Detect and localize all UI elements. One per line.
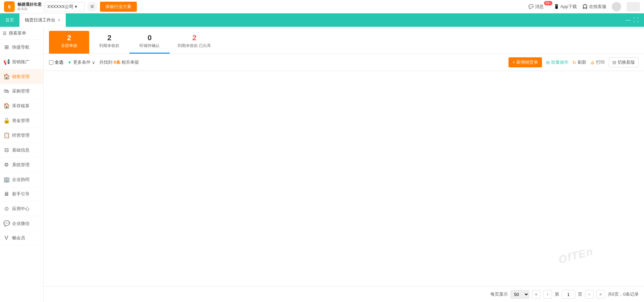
sidebar-item-appstore[interactable]: ⊙ 应用中心	[0, 201, 43, 216]
tab-home[interactable]: 首页	[0, 13, 19, 27]
lock-icon: 🔒	[3, 117, 9, 124]
sidebar-item-quick-nav[interactable]: ⊞ 快捷导航	[0, 40, 43, 55]
online-service-item[interactable]: 🎧 在线客服	[582, 4, 606, 10]
company-name: XXXXXX公司	[47, 4, 73, 10]
sidebar-item-marketing[interactable]: 📢 营销推广	[0, 55, 43, 69]
gear-icon: ⚙	[90, 4, 94, 9]
summary-tabs: 2 全部单据 2 到期未收款 0 旺铺待确认 2 到期未收款 已出库	[49, 31, 639, 54]
next-page-button[interactable]: ›	[585, 290, 594, 299]
top-bar-left: 6 畅捷通好生意 标准版 XXXXXX公司 ▾ ⚙ 体验行业方案	[4, 1, 137, 12]
report-icon: 📋	[3, 132, 9, 138]
trial-button[interactable]: 体验行业方案	[100, 2, 137, 12]
print-label: 打印	[596, 59, 605, 65]
filter-icon: ▼	[67, 60, 72, 65]
content-area: 2 全部单据 2 到期未收款 0 旺铺待确认 2 到期未收款 已出库	[44, 27, 644, 302]
main-layout: ☰ 搜索菜单 ⊞ 快捷导航 📢 营销推广 🏠 销售管理 🛍 采购管理 🏠 库存核…	[0, 27, 644, 302]
tab-close-icon[interactable]: ✕	[57, 18, 60, 22]
switch-label: 切换新版	[618, 59, 635, 65]
page-number-input[interactable]	[562, 290, 575, 299]
sidebar-item-inventory[interactable]: 🏠 库存核算	[0, 99, 43, 113]
sidebar-item-sales[interactable]: 🏠 销售管理	[0, 69, 43, 84]
card-label-all: 全部单据	[57, 43, 81, 49]
refresh-label: 刷新	[578, 59, 586, 65]
top-bar-right: 💬 消息 99+ 📱 App下载 🎧 在线客服	[528, 2, 640, 11]
summary-suffix: 相关单据	[121, 60, 139, 65]
tab-workbench-label: 钱货日清工作台	[25, 17, 55, 23]
top-bar: 6 畅捷通好生意 标准版 XXXXXX公司 ▾ ⚙ 体验行业方案 💬 消息 99…	[0, 0, 644, 13]
sidebar-item-purchase[interactable]: 🛍 采购管理	[0, 84, 43, 99]
bag-icon: 🛍	[3, 88, 9, 94]
user-name-area	[627, 2, 640, 11]
avatar[interactable]	[612, 2, 621, 11]
first-page-button[interactable]: «	[532, 290, 541, 299]
select-all-checkbox[interactable]: 全选	[49, 59, 63, 65]
toolbar-right: + 新增销货单 ⊞ 批量操作 ↻ 刷新 🖨 打印 ⊟ 切换新版	[508, 57, 639, 67]
card-number-all: 2	[57, 34, 81, 42]
phone-icon: 📱	[554, 4, 559, 9]
last-page-button[interactable]: »	[596, 290, 605, 299]
tab-workbench[interactable]: 钱货日清工作台 ✕	[19, 13, 66, 27]
summary-area: 2 全部单据 2 到期未收款 0 旺铺待确认 2 到期未收款 已出库	[44, 27, 644, 54]
summary-card-overdue-out[interactable]: 2 到期未收款 已出库	[170, 31, 219, 54]
sidebar-item-guide[interactable]: 🖥 新手引导	[0, 187, 43, 201]
warehouse-icon: 🏠	[3, 103, 9, 109]
sidebar: ☰ 搜索菜单 ⊞ 快捷导航 📢 营销推广 🏠 销售管理 🛍 采购管理 🏠 库存核…	[0, 27, 44, 302]
new-sales-button[interactable]: + 新增销货单	[508, 57, 542, 67]
bell-icon: 💬	[528, 4, 534, 9]
settings-button[interactable]: ⚙	[87, 2, 97, 12]
app-download-label: App下载	[560, 4, 577, 10]
sidebar-label-finance: 资金管理	[12, 118, 30, 124]
brand-title: 畅捷通好生意 标准版	[17, 2, 42, 11]
table-icon: ⊟	[3, 147, 9, 153]
notification-item[interactable]: 💬 消息 99+	[528, 4, 548, 10]
card-number-overdue: 2	[97, 34, 121, 42]
sidebar-item-wechat[interactable]: 💬 企业微信	[0, 216, 43, 231]
sidebar-label-appstore: 应用中心	[12, 206, 30, 212]
sidebar-item-finance[interactable]: 🔒 资金管理	[0, 113, 43, 128]
sidebar-label-inventory: 库存核算	[12, 103, 30, 109]
summary-card-overdue[interactable]: 2 到期未收款	[89, 31, 129, 54]
sidebar-label-operation: 经营管理	[12, 132, 30, 138]
sidebar-search[interactable]: ☰ 搜索菜单	[0, 27, 43, 40]
card-label-overdue-out: 到期未收款 已出库	[178, 43, 211, 49]
summary-result-text: 共找到 0条 相关单据	[99, 59, 139, 65]
company-selector[interactable]: XXXXXX公司 ▾	[44, 2, 85, 11]
table-area	[44, 71, 644, 286]
sidebar-item-member[interactable]: V 畅会员	[0, 231, 43, 245]
chevron-down-icon: ▾	[75, 4, 77, 9]
sidebar-label-basic: 基础信息	[12, 147, 30, 153]
sidebar-label-quick-nav: 快捷导航	[12, 44, 30, 50]
select-all-label: 全选	[55, 59, 63, 65]
select-all-input[interactable]	[49, 60, 53, 65]
tab-expand-icon[interactable]: ⛶	[633, 17, 639, 23]
home-icon: 🏠	[3, 73, 9, 80]
sidebar-search-label: 搜索菜单	[9, 30, 26, 36]
wechat-icon: 💬	[3, 220, 9, 227]
prev-page-button[interactable]: ‹	[543, 290, 552, 299]
app-download-item[interactable]: 📱 App下载	[554, 4, 577, 10]
tab-bar: 首页 钱货日清工作台 ✕ — ⛶	[0, 13, 644, 27]
refresh-button[interactable]: ↻ 刷新	[573, 59, 586, 65]
card-number-overdue-out: 2	[178, 34, 211, 42]
toolbar-left: 全选 ▼ 更多条件 ∨ 共找到 0条 相关单据	[49, 59, 504, 65]
megaphone-icon: 📢	[3, 59, 9, 65]
filter-label: 更多条件	[73, 59, 91, 65]
brand-sub: 标准版	[17, 7, 42, 11]
sidebar-item-basic[interactable]: ⊟ 基础信息	[0, 143, 43, 158]
sidebar-item-operation[interactable]: 📋 经营管理	[0, 128, 43, 143]
print-button[interactable]: 🖨 打印	[590, 59, 605, 65]
tab-minimize-icon[interactable]: —	[625, 17, 631, 23]
notification-badge: 99+	[544, 1, 552, 5]
member-icon: V	[3, 235, 9, 241]
sidebar-item-system[interactable]: ⚙ 系统管理	[0, 158, 43, 172]
batch-operation-button[interactable]: ⊞ 批量操作	[546, 59, 569, 65]
summary-card-wangpu[interactable]: 0 旺铺待确认	[129, 31, 170, 54]
sidebar-item-cooperation[interactable]: 🏢 企业协同	[0, 172, 43, 187]
summary-card-all[interactable]: 2 全部单据	[49, 31, 89, 54]
filter-button[interactable]: ▼ 更多条件 ∨	[67, 59, 95, 65]
page-label-prefix: 第	[555, 291, 559, 297]
print-icon: 🖨	[590, 60, 595, 65]
per-page-select[interactable]: 50 100 200	[511, 290, 529, 299]
switch-version-button[interactable]: ⊟ 切换新版	[609, 57, 639, 67]
toolbar: 全选 ▼ 更多条件 ∨ 共找到 0条 相关单据 + 新增销货单 ⊞ 批量操作	[44, 54, 644, 71]
